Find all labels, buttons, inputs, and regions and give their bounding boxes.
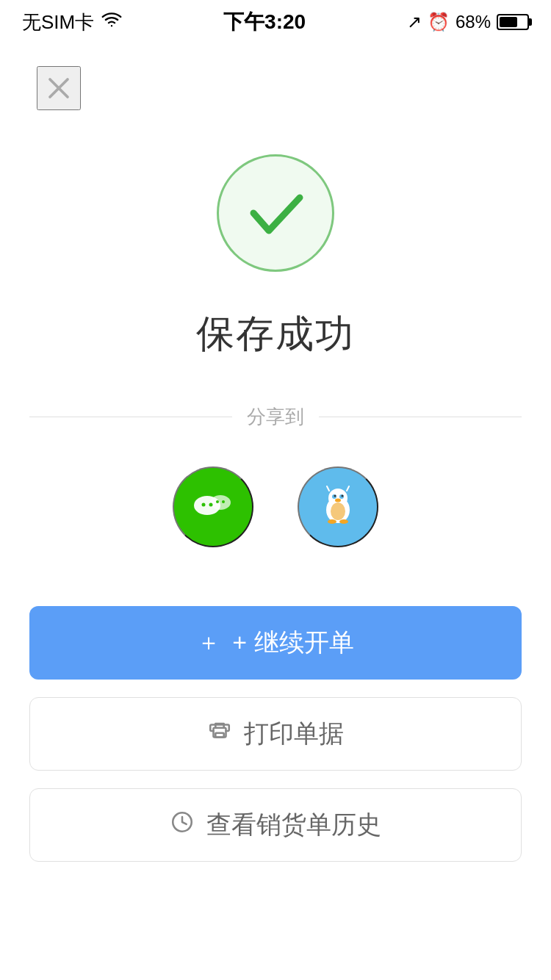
plus-icon: ＋ (197, 627, 220, 659)
printer-icon (207, 718, 232, 749)
print-button[interactable]: 打印单据 (29, 697, 522, 771)
divider-line-right (319, 417, 522, 417)
location-icon: ↗ (407, 12, 422, 32)
svg-point-12 (334, 494, 336, 497)
svg-point-5 (209, 502, 212, 506)
carrier-text: 无SIM卡 (22, 10, 94, 35)
status-left: 无SIM卡 (22, 10, 122, 35)
action-buttons: ＋ + 继续开单 打印单据 查看销货单历史 (29, 606, 522, 862)
alarm-icon: ⏰ (428, 12, 450, 32)
history-button[interactable]: 查看销货单历史 (29, 788, 522, 862)
svg-point-13 (341, 494, 343, 497)
svg-point-7 (222, 500, 225, 503)
svg-point-14 (335, 498, 341, 502)
share-icons (173, 466, 378, 547)
share-divider: 分享到 (29, 404, 522, 430)
continue-button[interactable]: ＋ + 继续开单 (29, 606, 522, 680)
status-time: 下午3:20 (223, 8, 306, 36)
svg-line-19 (347, 486, 349, 491)
divider-line-left (29, 417, 232, 417)
svg-point-16 (328, 519, 336, 524)
battery-percent: 68% (455, 12, 491, 32)
clock-icon (170, 810, 195, 840)
main-content: 保存成功 分享到 (0, 44, 551, 980)
battery-icon (497, 14, 529, 30)
qq-share-button[interactable] (298, 466, 378, 547)
success-circle (217, 154, 334, 272)
wechat-share-button[interactable] (173, 466, 253, 547)
status-right: ↗ ⏰ 68% (407, 12, 529, 32)
history-label: 查看销货单历史 (206, 808, 381, 842)
status-bar: 无SIM卡 下午3:20 ↗ ⏰ 68% (0, 0, 551, 44)
close-button[interactable] (37, 66, 81, 110)
print-label: 打印单据 (244, 717, 344, 751)
svg-point-3 (210, 495, 231, 510)
svg-point-4 (201, 502, 205, 506)
share-label: 分享到 (247, 404, 304, 430)
continue-label: + 继续开单 (232, 626, 353, 660)
svg-point-17 (339, 519, 348, 524)
svg-rect-21 (215, 733, 223, 738)
svg-point-15 (331, 502, 345, 520)
svg-line-18 (327, 486, 329, 491)
success-title: 保存成功 (196, 309, 355, 360)
wifi-icon (101, 10, 122, 35)
svg-point-6 (216, 500, 219, 503)
